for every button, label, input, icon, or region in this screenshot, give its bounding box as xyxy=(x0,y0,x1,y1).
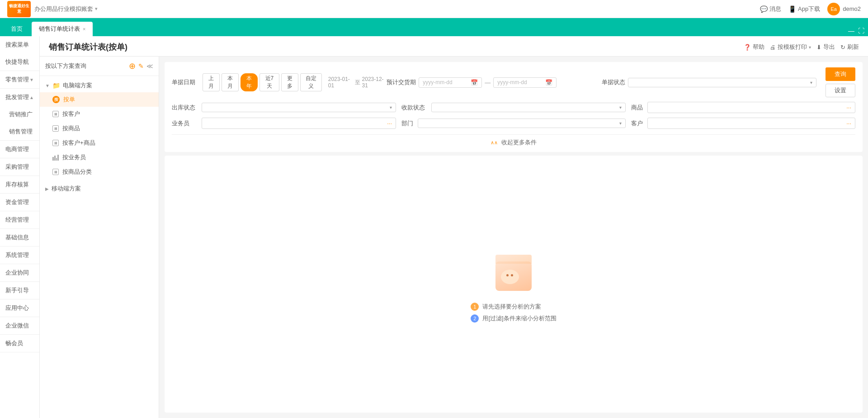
empty-step-1: 1 请先选择要分析的方案 xyxy=(471,303,556,311)
scheme-item-by-order[interactable]: 按 按单 xyxy=(40,92,159,107)
sidebar-section-finance: 资金管理 xyxy=(0,194,39,211)
expected-date-label: 预计交货期 xyxy=(387,78,416,86)
illustration-eye-left xyxy=(506,274,509,276)
scheme-item-by-goods-category[interactable]: ⊞ 按商品分类 xyxy=(40,165,159,179)
sidebar-item-member[interactable]: 畅会员 xyxy=(0,335,39,352)
illustration-eye-right xyxy=(511,274,513,276)
sidebar-section-ecommerce: 电商管理 xyxy=(0,141,39,158)
customer-input[interactable]: ··· xyxy=(647,118,855,129)
print-dropdown-icon[interactable]: ▾ xyxy=(809,45,811,50)
scheme-item-by-customer[interactable]: ⊞ 按客户 xyxy=(40,107,159,121)
maximize-icon[interactable]: ⛶ xyxy=(858,27,864,34)
scheme-item-by-customer-goods[interactable]: ⊞ 按客户+商品 xyxy=(40,136,159,150)
sidebar-item-marketing[interactable]: 营销推广 xyxy=(0,106,39,123)
sidebar-item-purchase[interactable]: 采购管理 xyxy=(0,158,39,176)
collapse-bar[interactable]: ∧∧ 收起更多条件 xyxy=(172,134,855,147)
sidebar-item-inventory[interactable]: 库存核算 xyxy=(0,176,39,193)
user-area[interactable]: Ea demo2 xyxy=(827,3,861,15)
message-button[interactable]: 💬 消息 xyxy=(760,5,781,13)
sidebar-item-finance[interactable]: 资金管理 xyxy=(0,194,39,211)
help-button[interactable]: ❓ 帮助 xyxy=(744,43,764,51)
date-btn-this-month[interactable]: 本月 xyxy=(222,73,239,91)
sidebar-item-operations[interactable]: 经营管理 xyxy=(0,211,39,228)
sidebar-item-wechat[interactable]: 企业微信 xyxy=(0,317,39,334)
query-button[interactable]: 查询 xyxy=(826,67,855,81)
sidebar-item-ecommerce[interactable]: 电商管理 xyxy=(0,141,39,158)
computer-scheme-label: 电脑端方案 xyxy=(63,81,92,90)
sidebar-item-retail-label: 零售管理 xyxy=(5,76,29,84)
app-title-dropdown-icon[interactable]: ▾ xyxy=(95,6,98,12)
tab-home-label: 首页 xyxy=(11,25,23,33)
customer-label: 客户 xyxy=(631,119,645,128)
scheme-icon-by-order: 按 xyxy=(52,96,60,103)
collapse-panel-icon[interactable]: ≪ xyxy=(146,62,153,70)
export-label: 导出 xyxy=(823,43,835,51)
sidebar-item-search[interactable]: 搜索菜单 xyxy=(0,36,39,53)
sidebar-item-newbie[interactable]: 新手引导 xyxy=(0,282,39,299)
mobile-scheme[interactable]: ▶ 移动端方案 xyxy=(40,182,159,195)
sidebar-item-enterprise[interactable]: 企业协同 xyxy=(0,264,39,281)
sidebar-section-operations: 经营管理 xyxy=(0,211,39,229)
ship-status-label: 出库状态 xyxy=(172,104,199,112)
logo-text: 畅捷通好生意 xyxy=(7,4,31,14)
settings-button[interactable]: 设置 xyxy=(826,84,855,97)
scheme-item-by-salesperson[interactable]: 按业务员 xyxy=(40,150,159,165)
sidebar-item-basic[interactable]: 基础信息 xyxy=(0,229,39,246)
tab-sales-stat[interactable]: 销售订单统计表 × xyxy=(32,22,93,36)
sidebar-item-sales[interactable]: 销售管理 xyxy=(0,123,39,140)
sidebar-section-retail: 零售管理 ▼ xyxy=(0,71,39,89)
sidebar-item-appcenter[interactable]: 应用中心 xyxy=(0,299,39,317)
sidebar-item-wholesale[interactable]: 批发管理 ▲ xyxy=(0,89,39,106)
sidebar-item-search-label: 搜索菜单 xyxy=(5,41,29,49)
sidebar-item-retail[interactable]: 零售管理 ▼ xyxy=(0,71,39,88)
tab-close-icon[interactable]: × xyxy=(83,26,85,32)
filter-row-3: 业务员 ··· 部门 ▾ xyxy=(172,118,855,129)
salesperson-more-icon[interactable]: ··· xyxy=(387,120,392,127)
sidebar-section-wechat: 企业微信 xyxy=(0,317,39,335)
customer-more-icon[interactable]: ··· xyxy=(846,120,851,127)
expected-date-from-input[interactable]: yyyy-mm-dd 📅 xyxy=(419,77,482,88)
date-btn-more[interactable]: 更多 xyxy=(281,73,298,91)
sidebar-item-quick-nav[interactable]: 快捷导航 xyxy=(0,53,39,71)
computer-scheme-title[interactable]: ▼ 📁 电脑端方案 xyxy=(40,79,159,92)
print-icon: 🖨 xyxy=(770,44,776,51)
calendar-icon-from[interactable]: 📅 xyxy=(471,79,478,86)
date-btn-last-month[interactable]: 上月 xyxy=(203,73,220,91)
sidebar-section-appcenter: 应用中心 xyxy=(0,299,39,317)
main-layout: 搜索菜单 快捷导航 零售管理 ▼ 批发管理 ▲ 营销推广 销售管理 xyxy=(0,36,868,418)
expected-date-to-input[interactable]: yyyy-mm-dd 📅 xyxy=(493,77,557,88)
scheme-item-by-goods[interactable]: ⊞ 按商品 xyxy=(40,121,159,136)
dept-select[interactable]: ▾ xyxy=(418,119,626,128)
goods-more-icon[interactable]: ··· xyxy=(846,104,851,111)
ship-status-select[interactable]: ▾ xyxy=(202,103,396,112)
scheme-icon-by-salesperson xyxy=(52,154,59,161)
print-button[interactable]: 🖨 按模板打印 ▾ xyxy=(770,43,811,51)
minimize-icon[interactable]: — xyxy=(848,27,854,34)
bill-status-select[interactable]: ▾ xyxy=(628,78,816,87)
sidebar-item-system[interactable]: 系统管理 xyxy=(0,247,39,264)
date-range-hint: 2023-01-01 至 2023-12-31 xyxy=(328,76,387,89)
left-panel-header: 按以下方案查询 ⊕ ✎ ≪ xyxy=(40,57,159,76)
salesperson-input[interactable]: ··· xyxy=(202,118,396,129)
sidebar-item-newbie-label: 新手引导 xyxy=(5,286,29,294)
payment-status-select[interactable]: ▾ xyxy=(431,103,626,112)
illustration-flap xyxy=(495,255,532,264)
add-scheme-icon[interactable]: ⊕ xyxy=(129,61,136,71)
tab-home[interactable]: 首页 xyxy=(4,22,30,36)
goods-input[interactable]: ··· xyxy=(647,102,855,113)
refresh-label: 刷新 xyxy=(847,43,859,51)
app-download-button[interactable]: 📱 App下载 xyxy=(788,5,820,13)
app-title-area[interactable]: 办公用品行业模拟账套 ▾ xyxy=(34,5,98,13)
refresh-icon: ↻ xyxy=(840,44,845,51)
avatar-text: Ea xyxy=(831,6,837,12)
sidebar-item-inventory-label: 库存核算 xyxy=(5,180,29,189)
edit-scheme-icon[interactable]: ✎ xyxy=(138,62,144,70)
calendar-icon-to[interactable]: 📅 xyxy=(545,79,552,86)
date-btn-last-7-days[interactable]: 近7天 xyxy=(259,73,279,91)
step-2-text: 用[过滤]条件来缩小分析范围 xyxy=(482,314,556,323)
content: 销售订单统计表(按单) ❓ 帮助 🖨 按模板打印 ▾ ⬇ 导出 ↻ 刷新 xyxy=(40,36,868,418)
refresh-button[interactable]: ↻ 刷新 xyxy=(840,43,859,51)
date-btn-custom[interactable]: 自定义 xyxy=(300,73,322,91)
export-button[interactable]: ⬇ 导出 xyxy=(816,43,835,51)
date-btn-this-year[interactable]: 本年 xyxy=(241,73,258,91)
